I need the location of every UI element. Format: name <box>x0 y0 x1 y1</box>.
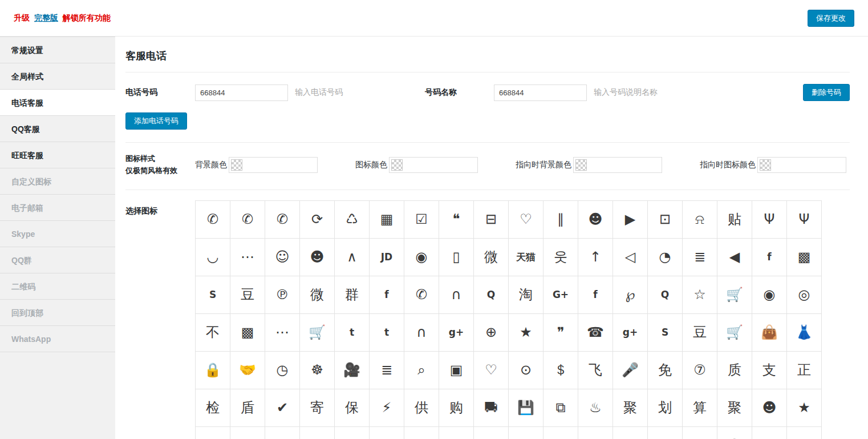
scan-frame-icon[interactable]: ⊡ <box>648 201 683 239</box>
sidebar-item-qq[interactable]: QQ客服 <box>0 116 115 142</box>
dress-icon[interactable]: 👗 <box>787 314 822 352</box>
bell-outline-icon[interactable]: ⍾ <box>648 427 683 439</box>
move-icon[interactable]: ✥ <box>787 427 822 439</box>
arch-icon[interactable]: ⌒ <box>717 427 752 439</box>
dollar-circle-icon[interactable]: ＄ <box>543 352 578 389</box>
volume-filled-icon[interactable]: ◀ <box>717 239 752 276</box>
taobao-icon[interactable]: 淘 <box>509 276 543 314</box>
phone-number-input[interactable] <box>195 84 288 101</box>
facebook-filled-icon[interactable]: f <box>752 239 787 276</box>
handshake-icon[interactable]: 🤝 <box>230 352 265 389</box>
wechat-filled-icon[interactable]: 微 <box>300 276 335 314</box>
gong-badge-icon[interactable]: 供 <box>404 389 439 427</box>
heart-outline-icon-2[interactable]: ♡ <box>474 352 509 389</box>
wheel-circle-icon[interactable]: ⊕ <box>474 314 509 352</box>
tmall-cat-icon-2[interactable]: Ψ <box>787 201 822 239</box>
download-icon[interactable]: ⇩ <box>613 427 648 439</box>
transparency-swatch-icon[interactable] <box>760 159 771 171</box>
whatsapp-call-icon[interactable]: ✆ <box>265 201 300 239</box>
weibo-filled-icon[interactable]: ◉ <box>752 276 787 314</box>
share-icon[interactable]: ➦ <box>474 427 509 439</box>
sidebar-item-back-to-top[interactable]: 回到顶部 <box>0 300 115 326</box>
dou-square-icon[interactable]: 豆 <box>683 314 717 352</box>
zhifu-badge-icon[interactable]: 支 <box>752 352 787 389</box>
calendar-icon[interactable]: ▦ <box>370 201 404 239</box>
zheng-badge-icon[interactable]: 正 <box>787 352 822 389</box>
heart-outline-icon[interactable]: ♡ <box>509 201 543 239</box>
sidebar-item-global-style[interactable]: 全局样式 <box>0 63 115 90</box>
tianmao-text-icon[interactable]: 天猫 <box>509 239 543 276</box>
sidebar-item-custom-icon[interactable]: 自定义图标 <box>0 168 115 195</box>
support-headset-icon[interactable]: ∩ <box>404 314 439 352</box>
cart-outline-icon[interactable]: 🛒 <box>300 314 335 352</box>
thumbs-up-icon[interactable]: ☝ <box>509 427 543 439</box>
cart-filled-icon[interactable]: 🛒 <box>717 314 752 352</box>
chevron-up-icon[interactable]: ∧ <box>335 239 370 276</box>
user-filled-icon[interactable]: ☻ <box>300 239 335 276</box>
transparency-swatch-icon[interactable] <box>391 159 403 171</box>
cat-face-circle-icon[interactable]: ◉ <box>404 239 439 276</box>
color-picker-input-3[interactable] <box>757 157 846 173</box>
headset-icon[interactable]: ∩ <box>439 276 474 314</box>
copyright-icon[interactable]: © <box>578 427 613 439</box>
star-badge-icon[interactable]: ★ <box>509 314 543 352</box>
user-solid-icon[interactable]: ☻ <box>752 389 787 427</box>
number-name-input[interactable] <box>494 84 587 101</box>
floppy-save-icon[interactable]: 💾 <box>509 389 543 427</box>
shield-check-icon[interactable]: ✔ <box>265 389 300 427</box>
play-circle-outline-icon[interactable]: ▶ <box>439 427 474 439</box>
chat-quote-icon[interactable]: ❞ <box>543 314 578 352</box>
color-picker-input-0[interactable] <box>229 157 318 173</box>
hand-icon[interactable]: ☞ <box>543 427 578 439</box>
bell-filled-icon[interactable]: ⍾ <box>683 201 717 239</box>
trash-icon[interactable]: ♺ <box>335 201 370 239</box>
google-plus-icon[interactable]: G+ <box>543 276 578 314</box>
ju-char-icon[interactable]: 聚 <box>613 389 648 427</box>
ji-stamp-icon[interactable]: 寄 <box>300 389 335 427</box>
sidebar-item-whatsapp[interactable]: WhatsApp <box>0 326 115 352</box>
wechat-icon[interactable]: 微 <box>474 239 509 276</box>
sidebar-item-qrcode[interactable]: 二维码 <box>0 273 115 300</box>
hua-char-icon[interactable]: 划 <box>648 389 683 427</box>
compass-icon[interactable]: ☸ <box>300 352 335 389</box>
skype-icon[interactable]: S <box>196 276 230 314</box>
weibo-outline-icon[interactable]: ◎ <box>787 276 822 314</box>
twitter-filled-icon[interactable]: t <box>335 314 370 352</box>
tie-sticker-icon[interactable]: 贴 <box>717 201 752 239</box>
shield-decor-icon[interactable]: 盾 <box>230 389 265 427</box>
pinterest-circle-icon[interactable]: ℘ <box>613 276 648 314</box>
comment-icon[interactable]: ❝ <box>439 201 474 239</box>
news-list-icon[interactable]: ≣ <box>370 352 404 389</box>
chat-face-icon[interactable]: ◔ <box>648 239 683 276</box>
eye-outline-icon[interactable]: ⊙ <box>509 352 543 389</box>
shopping-bag-icon[interactable]: 👜 <box>752 314 787 352</box>
jian-badge-icon[interactable]: 检 <box>196 389 230 427</box>
phone-filled-icon[interactable]: ☎ <box>578 314 613 352</box>
tmall-cat-icon-1[interactable]: Ψ <box>752 201 787 239</box>
twitter-outline-icon[interactable]: t <box>370 314 404 352</box>
douban-icon[interactable]: 豆 <box>230 276 265 314</box>
delete-number-button[interactable]: 删除号码 <box>803 84 850 101</box>
image-filled-icon[interactable]: ▣ <box>439 352 474 389</box>
sidebar-item-wangwang[interactable]: 旺旺客服 <box>0 142 115 168</box>
qr-barcode-icon[interactable]: ▩ <box>787 239 822 276</box>
zoom-search-icon[interactable]: ⌕ <box>404 352 439 389</box>
jd-circle-icon[interactable]: JD <box>370 239 404 276</box>
voice-comment-icon[interactable]: ☺ <box>265 239 300 276</box>
dollar-icon[interactable]: ＄ <box>752 427 787 439</box>
calendar-check-icon[interactable]: ☑ <box>404 201 439 239</box>
user-outline-icon[interactable]: 웃 <box>543 239 578 276</box>
suan-char-icon[interactable]: 算 <box>683 389 717 427</box>
facebook-f-icon[interactable]: f <box>370 276 404 314</box>
qq-penguin-outline-icon[interactable]: Q <box>474 276 509 314</box>
lock-icon[interactable]: 🔒 <box>196 352 230 389</box>
qr-code-icon[interactable]: ▩ <box>230 314 265 352</box>
color-picker-input-2[interactable] <box>573 157 662 173</box>
upload-icon[interactable]: ⇧ <box>300 427 335 439</box>
whatsapp-outline-icon[interactable]: ✆ <box>196 201 230 239</box>
star-filled-icon[interactable]: ★ <box>787 389 822 427</box>
transparency-swatch-icon[interactable] <box>575 159 587 171</box>
pencil-icon[interactable]: ✎ <box>230 427 265 439</box>
gou-badge-icon[interactable]: 购 <box>439 389 474 427</box>
bao-shield-icon[interactable]: 保 <box>335 389 370 427</box>
